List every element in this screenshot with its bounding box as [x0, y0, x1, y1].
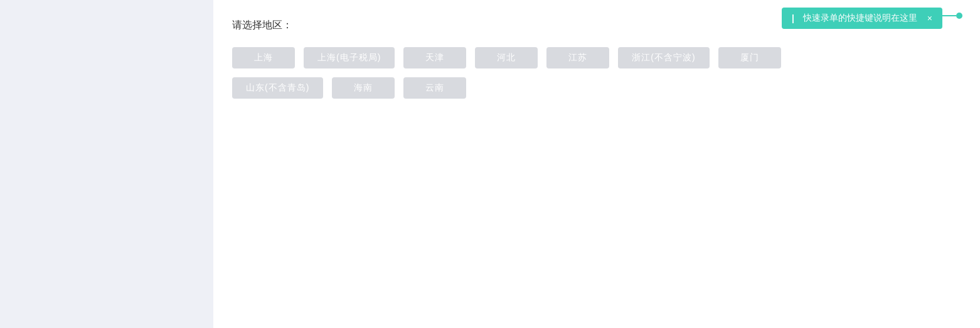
tooltip-text: 快速录单的快捷键说明在这里	[803, 13, 917, 24]
main-content: 请选择地区： 上海上海(电子税局)天津河北江苏浙江(不含宁波)厦门 山东(不含青…	[213, 0, 980, 328]
region-button-jiangsu[interactable]: 江苏	[546, 47, 609, 68]
region-button-shanghai[interactable]: 上海	[232, 47, 295, 68]
tooltip-banner: 快速录单的快捷键说明在这里 ×	[782, 8, 942, 29]
region-button-yunnan[interactable]: 云南	[403, 77, 466, 99]
region-button-tianjin[interactable]: 天津	[403, 47, 466, 68]
region-button-hainan[interactable]: 海南	[332, 77, 395, 99]
tooltip-connector-line	[937, 15, 956, 16]
tooltip-close-button[interactable]: ×	[927, 14, 932, 23]
region-button-zhejiang[interactable]: 浙江(不含宁波)	[618, 47, 709, 68]
region-button-hebei[interactable]: 河北	[475, 47, 538, 68]
region-button-shanghai-etax[interactable]: 上海(电子税局)	[304, 47, 395, 68]
region-button-shandong[interactable]: 山东(不含青岛)	[232, 77, 323, 99]
region-row-1: 上海上海(电子税局)天津河北江苏浙江(不含宁波)厦门	[232, 47, 961, 68]
region-row-2: 山东(不含青岛)海南云南	[232, 77, 961, 99]
tooltip-indicator-dot	[956, 13, 962, 19]
sidebar	[0, 0, 213, 328]
region-button-xiamen[interactable]: 厦门	[718, 47, 781, 68]
